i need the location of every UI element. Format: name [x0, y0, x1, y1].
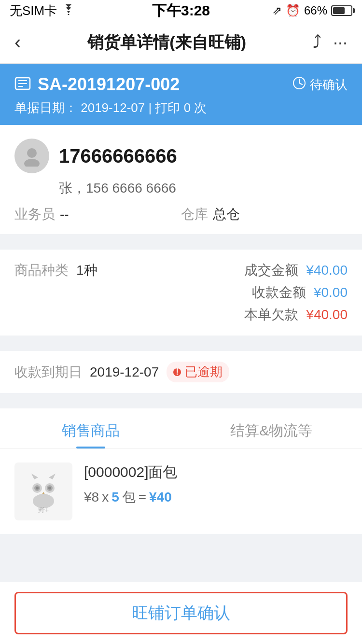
- product-type-value: 1种: [76, 261, 97, 280]
- customer-phone: 17666666666: [59, 145, 177, 167]
- status-bar-left: 无SIM卡: [10, 2, 75, 19]
- multiply-sign: x: [102, 490, 109, 505]
- sales-meta: 业务员 --: [14, 205, 181, 224]
- divider-3: [0, 401, 362, 408]
- wifi-icon: [62, 3, 75, 18]
- customer-meta: 业务员 -- 仓库 总仓: [14, 205, 348, 224]
- back-button[interactable]: ‹: [14, 31, 21, 53]
- product-info: [0000002]面包 ¥8 x 5 包 = ¥40: [84, 462, 348, 506]
- sales-label: 业务员: [14, 205, 55, 224]
- customer-main: 17666666666: [14, 139, 348, 173]
- confirm-order-button[interactable]: 旺铺订单确认: [14, 592, 348, 634]
- amount-row: 成交金额 ¥40.00: [244, 261, 348, 280]
- status-bar-right: ⇗ ⏰ 66%: [272, 4, 352, 17]
- summary-card: 商品种类 1种 成交金额 ¥40.00 收款金额 ¥0.00 本单欠款 ¥40.…: [0, 250, 362, 336]
- svg-point-15: [48, 487, 51, 490]
- due-label: 收款到期日: [14, 363, 82, 381]
- quantity: 5: [111, 490, 119, 505]
- warehouse-meta: 仓库 总仓: [181, 205, 348, 224]
- received-value: ¥0.00: [314, 285, 348, 300]
- customer-card: 17666666666 张，156 6666 6666 业务员 -- 仓库 总仓: [0, 125, 362, 234]
- warehouse-label: 仓库: [181, 205, 208, 224]
- svg-point-14: [36, 487, 39, 490]
- bottom-bar: 旺铺订单确认: [0, 582, 362, 644]
- overdue-dot-icon: !: [173, 368, 181, 376]
- product-type-label: 商品种类: [14, 261, 69, 280]
- due-date-card: 收款到期日 2019-12-07 ! 已逾期: [0, 351, 362, 393]
- svg-marker-18: [31, 474, 38, 479]
- overdue-text: 已逾期: [185, 364, 223, 380]
- sales-value: --: [60, 207, 69, 222]
- order-id-text: SA-20191207-002: [38, 74, 180, 95]
- svg-point-0: [68, 14, 70, 15]
- overdue-badge: ! 已逾期: [167, 362, 229, 382]
- customer-sub-info: 张，156 6666 6666: [14, 179, 348, 197]
- tab-sales-products[interactable]: 销售商品: [0, 408, 181, 448]
- page-title: 销货单详情(来自旺铺): [87, 31, 246, 54]
- order-header-card: SA-20191207-002 待确认 单据日期： 2019-12-07 | 打…: [0, 64, 362, 125]
- nav-actions: ⤴ ···: [313, 32, 348, 53]
- product-price-row: ¥8 x 5 包 = ¥40: [84, 488, 348, 506]
- print-text: | 打印 0 次: [148, 100, 207, 115]
- amount-label: 成交金额: [244, 261, 298, 280]
- product-name: [0000002]面包: [84, 462, 348, 482]
- summary-left: 商品种类 1种: [14, 261, 97, 280]
- divider-1: [0, 242, 362, 250]
- owed-row: 本单欠款 ¥40.00: [244, 306, 348, 324]
- order-status: 待确认: [292, 76, 348, 93]
- amount-value: ¥40.00: [306, 263, 348, 278]
- battery-percent: 66%: [304, 4, 327, 17]
- owed-value: ¥40.00: [306, 307, 348, 322]
- carrier-text: 无SIM卡: [10, 2, 57, 19]
- due-value: 2019-12-07: [90, 364, 159, 380]
- svg-text:野+: 野+: [38, 506, 49, 513]
- svg-point-9: [24, 159, 40, 167]
- date-value: 2019-12-07: [81, 100, 145, 115]
- svg-marker-19: [49, 474, 56, 479]
- summary-right: 成交金额 ¥40.00 收款金额 ¥0.00 本单欠款 ¥40.00: [244, 261, 348, 324]
- tab-sales-label: 销售商品: [62, 422, 120, 438]
- unit: 包: [122, 488, 136, 506]
- more-button[interactable]: ···: [333, 32, 348, 53]
- order-date-row: 单据日期： 2019-12-07 | 打印 0 次: [14, 99, 348, 116]
- status-bar-time: 下午3:28: [152, 1, 210, 21]
- order-icon: [14, 74, 31, 95]
- tab-settlement[interactable]: 结算&物流等: [181, 408, 362, 448]
- location-icon: ⇗: [272, 4, 282, 17]
- received-row: 收款金额 ¥0.00: [252, 283, 348, 302]
- tab-settlement-label: 结算&物流等: [230, 422, 312, 438]
- nav-bar: ‹ 销货单详情(来自旺铺) ⤴ ···: [0, 21, 362, 64]
- status-text: 待确认: [310, 76, 348, 93]
- avatar: [14, 139, 49, 173]
- order-id: SA-20191207-002: [14, 74, 180, 95]
- alarm-icon: ⏰: [286, 4, 300, 17]
- tabs-container: 销售商品 结算&物流等: [0, 408, 362, 449]
- divider-2: [0, 343, 362, 351]
- svg-line-7: [299, 83, 302, 84]
- owed-label: 本单欠款: [244, 306, 298, 324]
- product-image: 野+: [14, 462, 72, 520]
- product-card: 野+ [0000002]面包 ¥8 x 5 包 = ¥40: [0, 449, 362, 534]
- total-price: ¥40: [149, 490, 172, 505]
- share-button[interactable]: ⤴: [313, 32, 321, 53]
- battery-fill: [333, 7, 345, 14]
- svg-point-8: [27, 148, 37, 158]
- warehouse-value: 总仓: [213, 205, 240, 224]
- status-clock-icon: [292, 76, 306, 93]
- battery-icon: [331, 5, 352, 16]
- order-id-row: SA-20191207-002 待确认: [14, 74, 348, 95]
- equals-sign: =: [139, 490, 146, 505]
- unit-price: ¥8: [84, 490, 99, 505]
- status-bar: 无SIM卡 下午3:28 ⇗ ⏰ 66%: [0, 0, 362, 21]
- date-label: 单据日期：: [14, 100, 77, 115]
- received-label: 收款金额: [252, 283, 306, 302]
